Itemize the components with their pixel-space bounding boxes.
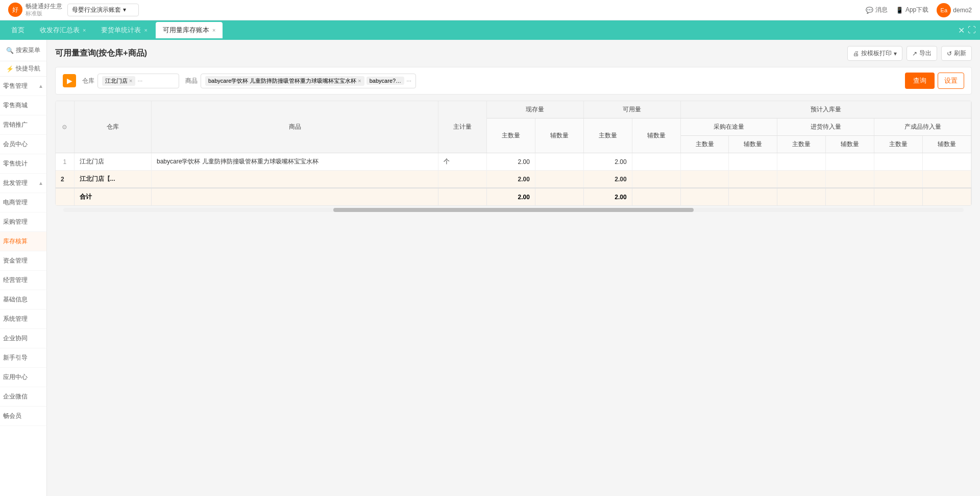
filter-toggle-btn[interactable]: ▶ xyxy=(63,74,76,87)
produced-aux-header: 辅数量 xyxy=(922,136,971,153)
sidebar-item-member[interactable]: 会员中心 xyxy=(0,135,46,154)
warehouse-filter-input[interactable]: 江北门店 × ··· xyxy=(97,74,179,88)
export-btn[interactable]: ↗ 导出 xyxy=(906,46,937,61)
sidebar-item-retail-stat[interactable]: 零售统计 xyxy=(0,154,46,174)
expand-btn[interactable]: ⛶ xyxy=(968,26,976,35)
avail-main-header: 主数量 xyxy=(583,119,632,153)
subtotal-produced-main xyxy=(874,171,923,188)
subtotal-avail-main: 2.00 xyxy=(583,171,632,188)
sidebar-item-zero-retail[interactable]: 零售管理 ▲ xyxy=(0,77,46,96)
row-incoming-main xyxy=(777,153,826,171)
subtotal-purchase-main xyxy=(680,171,729,188)
quick-nav-btn[interactable]: ⚡ 快捷导航 xyxy=(0,61,46,77)
sidebar-search-area: 🔍 搜索菜单 xyxy=(0,40,46,61)
scroll-thumb[interactable] xyxy=(333,208,694,212)
sidebar-item-wecom[interactable]: 企业微信 xyxy=(0,387,46,407)
sidebar-item-vip[interactable]: 畅会员 xyxy=(0,407,46,426)
row-incoming-aux xyxy=(826,153,874,171)
export-label: 导出 xyxy=(919,49,932,58)
product-col-header: 商品 xyxy=(152,101,438,153)
sidebar-item-purchase[interactable]: 采购管理 xyxy=(0,212,46,232)
total-unit xyxy=(438,188,487,205)
sidebar-item-label: 营销推广 xyxy=(3,121,28,129)
horizontal-scrollbar[interactable] xyxy=(63,208,964,212)
sidebar-item-marketing[interactable]: 营销推广 xyxy=(0,115,46,135)
tab-available-stock[interactable]: 可用量库存账本 × xyxy=(156,22,223,38)
app-icon: 📱 xyxy=(896,7,903,14)
subtotal-product xyxy=(152,171,438,188)
sidebar-item-newbie[interactable]: 新手引导 xyxy=(0,348,46,368)
sidebar-item-inventory[interactable]: 库存核算 xyxy=(0,232,46,251)
inventory-table: ⚙ 仓库 商品 主计量 现存量 可用量 预计入库量 主数量 辅数量 xyxy=(56,101,971,205)
logo-sub: 标准版 xyxy=(26,10,62,17)
tab-close-icon[interactable]: × xyxy=(144,27,147,33)
sidebar-item-base[interactable]: 基础信息 xyxy=(0,290,46,310)
nav-tabs: 首页 收发存汇总表 × 要货单统计表 × 可用量库存账本 × ✕ ⛶ xyxy=(0,20,980,40)
print-label: 按模板打印 xyxy=(861,49,892,58)
total-avail-aux xyxy=(632,188,680,205)
product-tag-1-remove[interactable]: × xyxy=(358,78,361,84)
warehouse-tag-remove[interactable]: × xyxy=(129,78,132,84)
close-all-tabs-btn[interactable]: ✕ xyxy=(958,26,965,35)
row-product: babycare学饮杯 儿童防摔防撞吸管杯重力球吸嘴杯宝宝水杯 xyxy=(152,153,438,171)
sidebar-item-system[interactable]: 系统管理 xyxy=(0,310,46,329)
sidebar-item-label: 电商管理 xyxy=(3,198,28,207)
total-incoming-aux xyxy=(826,188,874,205)
industry-select[interactable]: 母婴行业演示账套 ▾ xyxy=(67,4,139,16)
sidebar-item-label: 经营管理 xyxy=(3,276,28,285)
refresh-label: 刷新 xyxy=(954,49,966,58)
sidebar-item-ecommerce[interactable]: 电商管理 xyxy=(0,193,46,212)
search-menu-btn[interactable]: 🔍 搜索菜单 xyxy=(4,44,42,57)
sidebar-item-label: 企业微信 xyxy=(3,392,28,401)
message-label: 消息 xyxy=(875,6,888,14)
sidebar-item-retail-mall[interactable]: 零售商城 xyxy=(0,96,46,115)
logo-text: 畅捷通好生意 xyxy=(26,3,62,10)
row-avail-main: 2.00 xyxy=(583,153,632,171)
message-btn[interactable]: 💬 消息 xyxy=(866,6,888,14)
sidebar-item-label: 零售商城 xyxy=(3,101,28,110)
tab-order-stat[interactable]: 要货单统计表 × xyxy=(94,22,154,38)
product-filter-input[interactable]: babycare学饮杯 儿童防摔防撞吸管杯重力球吸嘴杯宝宝水杯 × babyca… xyxy=(201,74,416,88)
warehouse-col-header: 仓库 xyxy=(74,101,152,153)
print-btn[interactable]: 🖨 按模板打印 ▾ xyxy=(847,46,902,61)
content-area: 可用量查询(按仓库+商品) 🖨 按模板打印 ▾ ↗ 导出 ↺ 刷新 xyxy=(47,40,980,496)
tab-receivable-summary[interactable]: 收发存汇总表 × xyxy=(33,22,93,38)
top-bar-left: 好 畅捷通好生意 标准版 母婴行业演示账套 ▾ xyxy=(8,3,139,17)
ellipsis-icon: ··· xyxy=(137,77,142,84)
unit-col-header: 主计量 xyxy=(438,101,487,153)
data-table: ⚙ 仓库 商品 主计量 现存量 可用量 预计入库量 主数量 辅数量 xyxy=(55,101,972,206)
current-aux-header: 辅数量 xyxy=(535,119,583,153)
row-produced-main xyxy=(874,153,923,171)
chevron-icon: ▲ xyxy=(38,180,43,186)
incoming-aux-header: 辅数量 xyxy=(826,136,874,153)
tab-order-label: 要货单统计表 xyxy=(101,26,141,35)
tab-home[interactable]: 首页 xyxy=(4,22,32,38)
message-icon: 💬 xyxy=(866,7,873,14)
total-purchase-aux xyxy=(729,188,777,205)
subtotal-row: 2 江北门店【... 2.00 2.00 xyxy=(56,171,971,188)
product-tag-2: babycare?… xyxy=(366,77,404,85)
tab-close-icon[interactable]: × xyxy=(83,27,86,33)
subtotal-purchase-aux xyxy=(729,171,777,188)
print-icon: 🖨 xyxy=(853,50,859,57)
column-settings-icon[interactable]: ⚙ xyxy=(62,124,67,131)
avatar-text: Ea xyxy=(941,7,947,13)
sidebar-item-wholesale[interactable]: 批发管理 ▲ xyxy=(0,174,46,193)
total-current-aux xyxy=(535,188,583,205)
product-tag-1: babycare学饮杯 儿童防摔防撞吸管杯重力球吸嘴杯宝宝水杯 × xyxy=(205,76,364,86)
sidebar-item-label: 零售管理 xyxy=(3,82,28,90)
settings-btn[interactable]: 设置 xyxy=(938,73,964,89)
subtotal-avail-aux xyxy=(632,171,680,188)
user-area[interactable]: Ea demo2 xyxy=(937,3,972,17)
app-download-btn[interactable]: 📱 App下载 xyxy=(896,6,928,14)
filter-bar: ▶ 仓库 江北门店 × ··· 商品 babycare xyxy=(55,67,972,95)
query-btn[interactable]: 查询 xyxy=(905,73,935,89)
sidebar-item-collab[interactable]: 企业协同 xyxy=(0,329,46,348)
refresh-btn[interactable]: ↺ 刷新 xyxy=(941,46,972,61)
sidebar-item-ops[interactable]: 经营管理 xyxy=(0,271,46,290)
avatar: Ea xyxy=(937,3,951,17)
main-layout: 🔍 搜索菜单 ⚡ 快捷导航 零售管理 ▲ 零售商城 营销推广 会员中心 零售统计… xyxy=(0,40,980,496)
sidebar-item-finance[interactable]: 资金管理 xyxy=(0,251,46,271)
tab-close-icon[interactable]: × xyxy=(212,27,215,33)
sidebar-item-appstore[interactable]: 应用中心 xyxy=(0,368,46,387)
